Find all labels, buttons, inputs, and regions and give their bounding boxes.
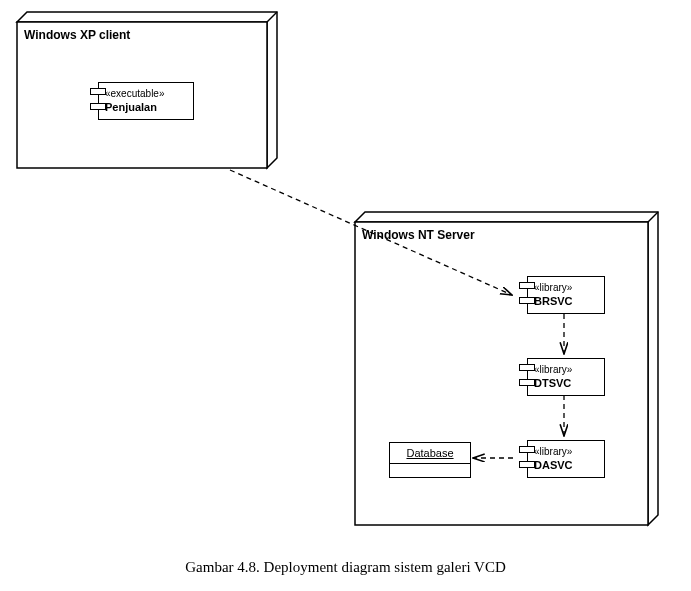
component-plug-icon xyxy=(519,461,535,468)
component-penjualan-name: Penjualan xyxy=(105,100,187,114)
component-plug-icon xyxy=(519,282,535,289)
figure-caption: Gambar 4.8. Deployment diagram sistem ga… xyxy=(0,559,691,576)
component-dtsvc-name: DTSVC xyxy=(534,376,598,390)
component-plug-icon xyxy=(519,379,535,386)
node-server-label: Windows NT Server xyxy=(362,228,475,242)
component-plug-icon xyxy=(519,364,535,371)
component-brsvc: «library» BRSVC xyxy=(527,276,605,314)
component-plug-icon xyxy=(519,297,535,304)
svg-line-5 xyxy=(648,212,658,222)
component-dtsvc-stereotype: «library» xyxy=(534,363,598,376)
svg-line-2 xyxy=(267,12,277,22)
component-penjualan: «executable» Penjualan xyxy=(98,82,194,120)
component-dasvc-name: DASVC xyxy=(534,458,598,472)
svg-marker-3 xyxy=(355,212,658,525)
component-plug-icon xyxy=(90,88,106,95)
component-dasvc-stereotype: «library» xyxy=(534,445,598,458)
database-label: Database xyxy=(390,447,470,459)
component-plug-icon xyxy=(519,446,535,453)
component-penjualan-stereotype: «executable» xyxy=(105,87,187,100)
component-brsvc-stereotype: «library» xyxy=(534,281,598,294)
component-brsvc-name: BRSVC xyxy=(534,294,598,308)
node-client-label: Windows XP client xyxy=(24,28,130,42)
component-dtsvc: «library» DTSVC xyxy=(527,358,605,396)
component-plug-icon xyxy=(90,103,106,110)
component-dasvc: «library» DASVC xyxy=(527,440,605,478)
database-object: Database xyxy=(389,442,471,478)
